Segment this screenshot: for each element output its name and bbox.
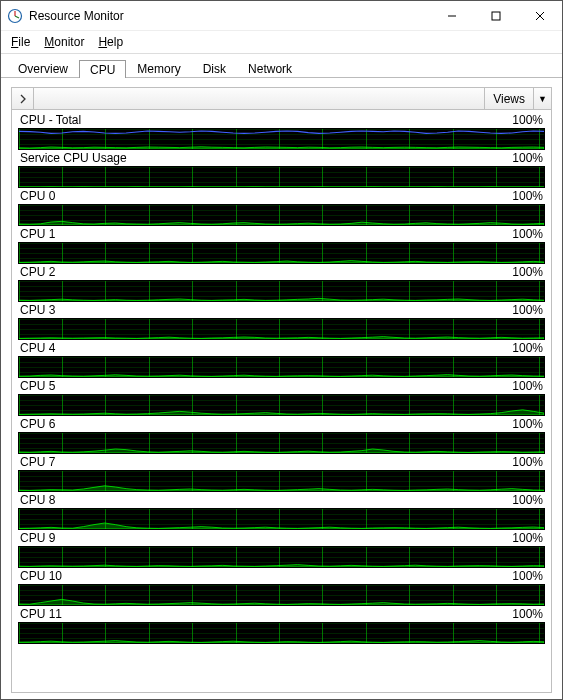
chart-header: CPU 11100% (18, 606, 545, 622)
window-controls (430, 1, 562, 30)
tabbar: Overview CPU Memory Disk Network (1, 54, 562, 78)
chart-canvas (18, 318, 545, 340)
chart-scale: 100% (512, 265, 543, 279)
chart-cpu-4: CPU 4100% (18, 340, 545, 378)
chart-header: CPU 9100% (18, 530, 545, 546)
menu-help[interactable]: Help (92, 33, 129, 51)
chart-canvas (18, 128, 545, 150)
chart-canvas (18, 166, 545, 188)
charts-container: CPU - Total100%Service CPU Usage100%CPU … (12, 110, 551, 692)
charts-panel: Views ▼ CPU - Total100%Service CPU Usage… (11, 87, 552, 693)
svg-rect-1 (492, 12, 500, 20)
chart-header: CPU 10100% (18, 568, 545, 584)
chart-cpu-3: CPU 3100% (18, 302, 545, 340)
chart-name: CPU - Total (20, 113, 512, 127)
chart-name: CPU 4 (20, 341, 512, 355)
views-dropdown[interactable]: ▼ (533, 88, 551, 109)
tab-memory[interactable]: Memory (126, 59, 191, 77)
chart-scale: 100% (512, 569, 543, 583)
chart-header: CPU 5100% (18, 378, 545, 394)
chart-cpu-0: CPU 0100% (18, 188, 545, 226)
panel-header: Views ▼ (12, 88, 551, 110)
chart-header: Service CPU Usage100% (18, 150, 545, 166)
collapse-button[interactable] (12, 88, 34, 109)
chart-service-cpu-usage: Service CPU Usage100% (18, 150, 545, 188)
chart-canvas (18, 546, 545, 568)
chart-name: CPU 5 (20, 379, 512, 393)
chart-canvas (18, 280, 545, 302)
chart-canvas (18, 356, 545, 378)
chart-scale: 100% (512, 303, 543, 317)
chart-name: CPU 2 (20, 265, 512, 279)
chart-scale: 100% (512, 531, 543, 545)
tab-disk[interactable]: Disk (192, 59, 237, 77)
chart-cpu-7: CPU 7100% (18, 454, 545, 492)
menubar: File Monitor Help (1, 31, 562, 54)
chart-cpu-5: CPU 5100% (18, 378, 545, 416)
chart-scale: 100% (512, 113, 543, 127)
chart-canvas (18, 432, 545, 454)
chart-scale: 100% (512, 417, 543, 431)
chart-canvas (18, 508, 545, 530)
chart-header: CPU 3100% (18, 302, 545, 318)
chart-cpu-total: CPU - Total100% (18, 112, 545, 150)
chart-cpu-10: CPU 10100% (18, 568, 545, 606)
chart-header: CPU 8100% (18, 492, 545, 508)
chart-header: CPU - Total100% (18, 112, 545, 128)
chart-scale: 100% (512, 189, 543, 203)
chart-header: CPU 4100% (18, 340, 545, 356)
chart-scale: 100% (512, 151, 543, 165)
chart-name: CPU 1 (20, 227, 512, 241)
chart-name: CPU 8 (20, 493, 512, 507)
chart-name: CPU 3 (20, 303, 512, 317)
chart-cpu-6: CPU 6100% (18, 416, 545, 454)
chart-name: CPU 0 (20, 189, 512, 203)
chart-name: CPU 10 (20, 569, 512, 583)
tab-overview[interactable]: Overview (7, 59, 79, 77)
chart-scale: 100% (512, 227, 543, 241)
tab-cpu[interactable]: CPU (79, 60, 126, 78)
chart-header: CPU 1100% (18, 226, 545, 242)
menu-monitor[interactable]: Monitor (38, 33, 90, 51)
views-button[interactable]: Views (484, 88, 533, 109)
chart-scale: 100% (512, 607, 543, 621)
chart-name: CPU 7 (20, 455, 512, 469)
chart-name: Service CPU Usage (20, 151, 512, 165)
chart-canvas (18, 584, 545, 606)
chart-name: CPU 9 (20, 531, 512, 545)
chart-scale: 100% (512, 455, 543, 469)
chart-scale: 100% (512, 341, 543, 355)
chart-name: CPU 6 (20, 417, 512, 431)
chart-cpu-11: CPU 11100% (18, 606, 545, 644)
chart-header: CPU 0100% (18, 188, 545, 204)
chart-cpu-9: CPU 9100% (18, 530, 545, 568)
chart-header: CPU 6100% (18, 416, 545, 432)
chart-canvas (18, 394, 545, 416)
chart-scale: 100% (512, 379, 543, 393)
chart-canvas (18, 204, 545, 226)
chart-cpu-8: CPU 8100% (18, 492, 545, 530)
chart-header: CPU 2100% (18, 264, 545, 280)
maximize-button[interactable] (474, 1, 518, 30)
tab-network[interactable]: Network (237, 59, 303, 77)
app-icon (7, 8, 23, 24)
close-button[interactable] (518, 1, 562, 30)
chart-canvas (18, 242, 545, 264)
chart-cpu-2: CPU 2100% (18, 264, 545, 302)
content: Views ▼ CPU - Total100%Service CPU Usage… (1, 78, 562, 700)
minimize-button[interactable] (430, 1, 474, 30)
chart-canvas (18, 470, 545, 492)
chart-canvas (18, 622, 545, 644)
menu-file[interactable]: File (5, 33, 36, 51)
titlebar: Resource Monitor (1, 1, 562, 31)
chart-scale: 100% (512, 493, 543, 507)
chart-cpu-1: CPU 1100% (18, 226, 545, 264)
chart-header: CPU 7100% (18, 454, 545, 470)
chart-name: CPU 11 (20, 607, 512, 621)
window-title: Resource Monitor (29, 9, 430, 23)
